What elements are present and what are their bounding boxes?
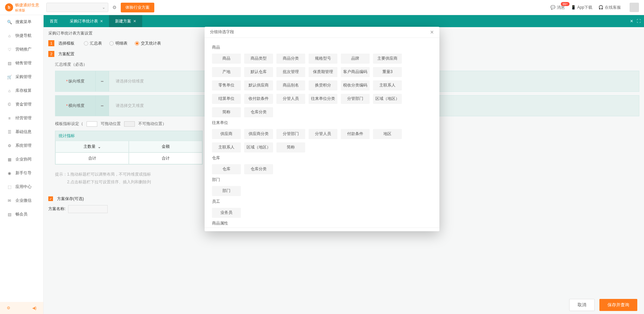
sidebar-item-13[interactable]: ✉企业微信	[0, 194, 43, 207]
field-chip[interactable]: 换货积分	[309, 80, 337, 90]
sidebar-item-10[interactable]: ▦企业协同	[0, 152, 43, 166]
field-chip[interactable]: 重量3	[373, 67, 402, 77]
sidebar-item-7[interactable]: ≡经营管理	[0, 111, 43, 125]
modal-body[interactable]: 商品商品商品类型商品分类规格型号品牌主要供应商产地默认仓库批次管理保质期管理客户…	[205, 38, 439, 228]
radio-icon	[135, 41, 139, 46]
field-chip[interactable]: 税收分类编码	[341, 80, 370, 90]
field-chip[interactable]: 规格型号	[309, 54, 337, 64]
field-group-title: 员工	[212, 199, 432, 204]
field-chip[interactable]: 地区	[373, 129, 402, 139]
stats-table: 统计指标 主数量⌄ 金额 合计 合计	[55, 131, 203, 165]
sidebar-item-11[interactable]: ◉新手引导	[0, 166, 43, 180]
field-chip[interactable]: 批次管理	[276, 67, 305, 77]
badge: 99+	[561, 2, 569, 6]
sidebar-item-8[interactable]: ☰基础信息	[0, 125, 43, 139]
field-chip[interactable]: 保质期管理	[309, 67, 337, 77]
field-chip[interactable]: 零售单位	[212, 80, 241, 90]
field-chip[interactable]: 仓库分类	[244, 107, 273, 117]
field-group-title: 部门	[212, 177, 432, 183]
col-qty[interactable]: 主数量⌄	[55, 141, 129, 152]
close-icon[interactable]: ✕	[430, 29, 434, 35]
app-download-link[interactable]: 📱 App下载	[571, 5, 592, 10]
sidebar-icon: ≡	[7, 116, 12, 121]
field-chip[interactable]: 区域（地区）	[373, 94, 402, 104]
field-chip[interactable]: 分管部门	[276, 129, 305, 139]
sidebar-item-6[interactable]: ©资金管理	[0, 98, 43, 111]
field-chip[interactable]: 供应商分类	[244, 129, 273, 139]
field-chip[interactable]: 主联系人	[373, 80, 402, 90]
close-icon[interactable]: ✕	[133, 19, 136, 23]
fullscreen-icon[interactable]: ⛶	[637, 19, 641, 23]
field-chip[interactable]: 商品别名	[276, 80, 305, 90]
sidebar-item-9[interactable]: ⚙系统管理	[0, 139, 43, 152]
field-chip[interactable]: 结算单位	[212, 94, 241, 104]
sidebar-item-2[interactable]: ♡营销推广	[0, 43, 43, 56]
customer-service-link[interactable]: 🎧 在线客服	[598, 5, 621, 10]
field-chip[interactable]: 简称	[276, 142, 305, 152]
legend-nodrag	[124, 121, 135, 127]
radio-2[interactable]: 交叉统计表	[135, 41, 161, 46]
field-chip[interactable]: 付款条件	[341, 129, 370, 139]
save-query-button[interactable]: 保存并查询	[599, 299, 637, 311]
company-select[interactable]: ⌄	[46, 3, 108, 12]
field-modal: 分组待选字段 ✕ 商品商品商品类型商品分类规格型号品牌主要供应商产地默认仓库批次…	[205, 27, 439, 231]
cancel-button[interactable]: 取消	[569, 299, 595, 311]
field-chip[interactable]: 分管部门	[341, 94, 370, 104]
field-chip[interactable]: 往来单位分类	[309, 94, 337, 104]
radio-1[interactable]: 明细表	[109, 41, 127, 46]
messages-link[interactable]: 💬 消息 99+	[550, 5, 565, 10]
gear-icon[interactable]: ⚙	[112, 5, 117, 10]
modal-title: 分组待选字段	[210, 29, 234, 35]
col-amount[interactable]: 金额	[129, 141, 202, 152]
close-all-icon[interactable]: ✕	[630, 19, 633, 23]
field-chip[interactable]: 默认仓库	[244, 67, 273, 77]
logo-sub: 标准版	[15, 8, 39, 13]
field-chip[interactable]: 分管人员	[276, 94, 305, 104]
field-chip[interactable]: 主要供应商	[373, 54, 402, 64]
field-chip[interactable]: 默认供应商	[244, 80, 273, 90]
scheme-name-input[interactable]	[68, 205, 108, 213]
field-chip[interactable]: 业务员	[212, 208, 241, 218]
field-chip[interactable]: 品牌	[341, 54, 370, 64]
field-chip[interactable]: 产地	[212, 67, 241, 77]
chevron-down-icon: ⌄	[102, 5, 105, 10]
save-checkbox[interactable]: ✓	[48, 196, 53, 201]
gear-icon[interactable]: ⚙	[7, 306, 10, 310]
sidebar-item-5[interactable]: ⌂库存核算	[0, 84, 43, 98]
tab-0[interactable]: 首页	[44, 15, 64, 27]
field-chip[interactable]: 客户商品编码	[341, 67, 370, 77]
field-chip[interactable]: 收付款条件	[244, 94, 273, 104]
sidebar-item-14[interactable]: ▤畅会员	[0, 207, 43, 221]
trial-button[interactable]: 体验行业方案	[121, 3, 154, 12]
sidebar-icon: ◉	[7, 171, 12, 176]
avatar[interactable]	[630, 3, 639, 12]
step1-label: 选择模板	[58, 41, 74, 46]
field-chip[interactable]: 仓库	[212, 164, 241, 174]
field-chip[interactable]: 商品类型	[244, 54, 273, 64]
tab-2[interactable]: 新建方案✕	[109, 15, 142, 27]
field-chip[interactable]: 简称	[212, 107, 241, 117]
phone-icon: 📱	[571, 5, 576, 10]
field-chip[interactable]: 仓库分类	[244, 164, 273, 174]
equals-icon: ━	[96, 71, 109, 91]
sidebar-item-1[interactable]: ⌂快捷导航	[0, 29, 43, 43]
sidebar-item-0[interactable]: 🔍搜索菜单	[0, 15, 43, 29]
sidebar-item-12[interactable]: ⬚应用中心	[0, 180, 43, 194]
field-chip[interactable]: 分管人员	[309, 129, 337, 139]
close-icon[interactable]: ✕	[100, 19, 103, 23]
collapse-icon[interactable]: ◀)	[32, 306, 37, 310]
field-chip[interactable]: 主联系人	[212, 142, 241, 152]
field-chip[interactable]: 区域（地区）	[244, 142, 273, 152]
modal-hscroll[interactable]	[205, 228, 439, 231]
sidebar-icon: ♡	[7, 47, 12, 52]
field-chip[interactable]: 商品	[212, 54, 241, 64]
message-icon: 💬	[550, 5, 555, 10]
sidebar-item-3[interactable]: ▤销售管理	[0, 56, 43, 70]
tab-1[interactable]: 采购订单统计表✕	[64, 15, 109, 27]
field-chip[interactable]: 商品分类	[276, 54, 305, 64]
sidebar-footer: ⚙ ◀)	[0, 302, 43, 314]
sidebar-item-4[interactable]: 🛒采购管理	[0, 70, 43, 84]
radio-0[interactable]: 汇总表	[84, 41, 102, 46]
field-chip[interactable]: 部门	[212, 186, 241, 196]
field-chip[interactable]: 供应商	[212, 129, 241, 139]
